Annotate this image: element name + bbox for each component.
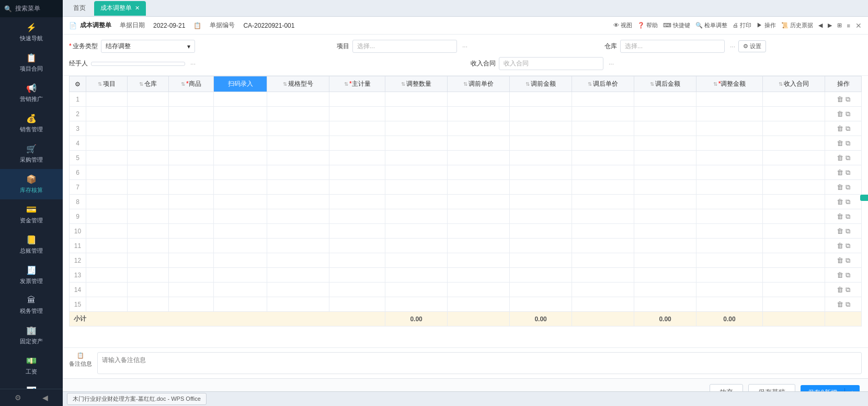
row-8-revenue-contract[interactable] — [762, 195, 825, 209]
row-12-adj-qty[interactable] — [385, 253, 448, 268]
row-4-after-price[interactable] — [572, 136, 634, 151]
row-1-unit[interactable] — [329, 92, 385, 107]
row-11-warehouse[interactable] — [127, 239, 168, 253]
row-11-scan[interactable] — [214, 239, 267, 253]
row-10-scan[interactable] — [214, 224, 267, 239]
row-8-copy-btn[interactable]: ⧉ — [846, 198, 850, 206]
row-7-copy-btn[interactable]: ⧉ — [846, 183, 850, 191]
row-12-after-price[interactable] — [572, 253, 634, 268]
row-11-spec[interactable] — [267, 239, 329, 253]
row-13-delete-btn[interactable]: 🗑 — [837, 271, 843, 279]
row-2-goods[interactable] — [168, 107, 214, 121]
row-3-project[interactable] — [86, 121, 128, 136]
row-13-warehouse[interactable] — [127, 268, 168, 283]
row-1-after-amount[interactable] — [634, 92, 696, 107]
row-14-adj-amount[interactable] — [696, 283, 763, 297]
row-3-warehouse[interactable] — [127, 121, 168, 136]
row-14-goods[interactable] — [168, 283, 214, 297]
row-1-scan[interactable] — [214, 92, 267, 107]
row-13-after-amount[interactable] — [634, 268, 696, 283]
taskbar-item[interactable]: 木门行业好业财处理方案-墓红红.doc - WPS Office — [67, 393, 207, 405]
row-1-after-price[interactable] — [572, 92, 634, 107]
row-4-adj-amount[interactable] — [696, 136, 763, 151]
row-7-scan[interactable] — [214, 180, 267, 195]
row-13-prev-amount[interactable] — [510, 268, 572, 283]
row-2-after-amount[interactable] — [634, 107, 696, 121]
row-12-copy-btn[interactable]: ⧉ — [846, 256, 850, 265]
row-3-prev-amount[interactable] — [510, 121, 572, 136]
action-check-adjust[interactable]: 🔍 检单调整 — [695, 21, 727, 29]
notes-input[interactable] — [97, 352, 862, 374]
row-9-warehouse[interactable] — [127, 209, 168, 224]
row-6-copy-btn[interactable]: ⧉ — [846, 168, 850, 177]
row-5-delete-btn[interactable]: 🗑 — [837, 154, 843, 162]
row-14-after-price[interactable] — [572, 283, 634, 297]
row-11-revenue-contract[interactable] — [762, 239, 825, 253]
row-6-delete-btn[interactable]: 🗑 — [837, 168, 843, 177]
row-15-scan[interactable] — [214, 297, 267, 312]
row-3-unit[interactable] — [329, 121, 385, 136]
row-10-project[interactable] — [86, 224, 128, 239]
project-input[interactable]: 选择... — [352, 40, 457, 53]
row-14-adj-qty[interactable] — [385, 283, 448, 297]
handler-dots-button[interactable]: ··· — [190, 60, 196, 67]
row-3-goods[interactable] — [168, 121, 214, 136]
sidebar-search[interactable]: 🔍 搜索菜单 — [0, 0, 63, 17]
sidebar-item-inventory-calc[interactable]: 📦 库存核算 — [0, 169, 63, 199]
row-9-revenue-contract[interactable] — [762, 209, 825, 224]
row-4-warehouse[interactable] — [127, 136, 168, 151]
row-10-goods[interactable] — [168, 224, 214, 239]
row-13-adj-qty[interactable] — [385, 268, 448, 283]
row-2-scan[interactable] — [214, 107, 267, 121]
row-2-delete-btn[interactable]: 🗑 — [837, 110, 843, 118]
row-14-delete-btn[interactable]: 🗑 — [837, 286, 843, 294]
row-13-prev-price[interactable] — [448, 268, 510, 283]
action-print[interactable]: 🖨 打印 — [733, 21, 751, 29]
row-6-unit[interactable] — [329, 165, 385, 180]
row-7-revenue-contract[interactable] — [762, 180, 825, 195]
row-7-after-price[interactable] — [572, 180, 634, 195]
revenue-contract-input[interactable]: 收入合同 — [499, 57, 603, 70]
row-11-prev-price[interactable] — [448, 239, 510, 253]
row-6-project[interactable] — [86, 165, 128, 180]
row-4-copy-btn[interactable]: ⧉ — [846, 139, 850, 148]
row-15-delete-btn[interactable]: 🗑 — [837, 300, 843, 309]
row-11-project[interactable] — [86, 239, 128, 253]
sidebar-item-capital-mgmt[interactable]: 💳 资金管理 — [0, 199, 63, 230]
row-14-after-amount[interactable] — [634, 283, 696, 297]
action-list-view[interactable]: ≡ — [847, 22, 850, 29]
warehouse-dots-button[interactable]: ··· — [730, 43, 735, 50]
row-2-revenue-contract[interactable] — [762, 107, 825, 121]
row-6-after-price[interactable] — [572, 165, 634, 180]
row-8-warehouse[interactable] — [127, 195, 168, 209]
row-4-prev-price[interactable] — [448, 136, 510, 151]
row-7-spec[interactable] — [267, 180, 329, 195]
project-dots-button[interactable]: ··· — [462, 43, 467, 50]
row-9-prev-price[interactable] — [448, 209, 510, 224]
row-13-adj-amount[interactable] — [696, 268, 763, 283]
row-13-after-price[interactable] — [572, 268, 634, 283]
row-5-prev-amount[interactable] — [510, 151, 572, 165]
row-13-copy-btn[interactable]: ⧉ — [846, 271, 850, 279]
row-15-after-price[interactable] — [572, 297, 634, 312]
warehouse-input[interactable]: 选择... — [620, 40, 725, 53]
row-11-prev-amount[interactable] — [510, 239, 572, 253]
row-15-copy-btn[interactable]: ⧉ — [846, 300, 850, 309]
row-5-adj-qty[interactable] — [385, 151, 448, 165]
row-5-scan[interactable] — [214, 151, 267, 165]
row-4-scan[interactable] — [214, 136, 267, 151]
row-14-warehouse[interactable] — [127, 283, 168, 297]
row-9-after-amount[interactable] — [634, 209, 696, 224]
row-8-goods[interactable] — [168, 195, 214, 209]
row-1-goods[interactable] — [168, 92, 214, 107]
tab-close-cost-adjust[interactable]: ✕ — [135, 5, 140, 12]
settings-button[interactable]: ⚙ 设置 — [738, 40, 766, 52]
row-10-adj-qty[interactable] — [385, 224, 448, 239]
row-7-unit[interactable] — [329, 180, 385, 195]
biz-type-input[interactable]: 结存调整 ▾ — [101, 40, 195, 53]
row-15-revenue-contract[interactable] — [762, 297, 825, 312]
row-11-adj-qty[interactable] — [385, 239, 448, 253]
row-14-copy-btn[interactable]: ⧉ — [846, 286, 850, 294]
row-2-prev-price[interactable] — [448, 107, 510, 121]
row-11-copy-btn[interactable]: ⧉ — [846, 242, 850, 250]
